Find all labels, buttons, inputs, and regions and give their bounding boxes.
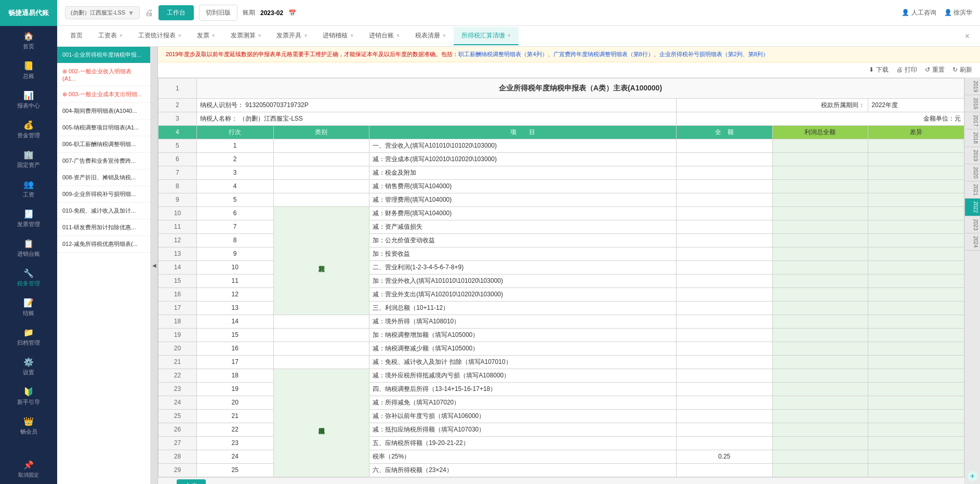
warning-link-1[interactable]: 职工薪酬纳税调整明细表（第4列） <box>458 51 547 57</box>
toolbar: ⬇ 下载 🖨 打印 ↺ 重置 ↻ 刷新 <box>158 62 980 78</box>
left-panel-item-008[interactable]: 008-资产折旧、摊销及纳税... <box>57 169 150 186</box>
close-tab-payroll[interactable]: × <box>120 33 123 38</box>
close-tab-invoice-issue[interactable]: × <box>304 33 307 38</box>
company-selector[interactable]: (勿删）江西服宝-LSS ▼ <box>65 6 140 19</box>
tab-invoice[interactable]: 发票 × <box>189 27 223 45</box>
year-item-2023[interactable]: 2023 <box>965 216 980 233</box>
sidebar-item-home[interactable]: 🏠 首页 <box>0 26 57 56</box>
sidebar-item-settings[interactable]: ⚙️ 设置 <box>0 352 57 382</box>
row-num-header: 4 <box>158 125 197 139</box>
spreadsheet-outer: 1 企业所得税年度纳税申报表（A类）主表(A100000) 2 纳税人识别号： … <box>158 78 980 485</box>
refresh-button[interactable]: ↻ 刷新 <box>952 66 972 74</box>
warning-link-2[interactable]: 广宣费跨年度纳税调整明细表（第8行） <box>553 51 654 57</box>
category-tax-calc: 应纳税所得额计算 <box>273 369 369 477</box>
close-tab-sales-audit[interactable]: × <box>350 33 353 38</box>
left-panel-item-007[interactable]: 007-广告费和业务宣传费跨... <box>57 153 150 169</box>
sidebar-item-tax[interactable]: 🔧 税务管理 <box>0 263 57 293</box>
left-panel-item-009[interactable]: 009-企业所得税补亏损明细... <box>57 186 150 203</box>
print-button[interactable]: 🖨 打印 <box>896 66 917 74</box>
year-item-2019a[interactable]: 2019 <box>965 78 980 95</box>
col-header-category: 类别 <box>273 125 369 139</box>
close-tab-tax-clear[interactable]: × <box>443 33 446 38</box>
tab-tax-clear[interactable]: 税表清册 × <box>407 27 454 45</box>
tab-payroll[interactable]: 工资表 × <box>90 27 130 45</box>
year-item-2020[interactable]: 2020 <box>965 164 980 181</box>
left-panel-item-001[interactable]: 001-企业所得税年度纳税申报... <box>57 47 150 63</box>
switch-button[interactable]: 切到旧版 <box>199 5 237 21</box>
app-logo: 畅捷通易代账 <box>0 0 57 26</box>
close-tab-invoice[interactable]: × <box>212 33 215 38</box>
sidebar-item-funds[interactable]: 💰 资金管理 <box>0 115 57 145</box>
tab-payroll-stats[interactable]: 工资统计报表 × <box>130 27 189 45</box>
payroll-icon: 👥 <box>23 179 34 189</box>
left-panel-item-011[interactable]: 011-研发费用加计扣除优惠... <box>57 219 150 236</box>
download-button[interactable]: ⬇ 下载 <box>869 66 889 74</box>
tab-sales-audit[interactable]: 进销稽核 × <box>315 27 361 45</box>
home-icon: 🏠 <box>23 31 34 41</box>
year-item-2016[interactable]: 2016 <box>965 95 980 112</box>
tab-home[interactable]: 首页 <box>62 27 90 45</box>
print-icon: 🖨 <box>896 66 903 73</box>
tab-invoice-issue[interactable]: 发票开具 × <box>269 27 315 45</box>
nav-tabs: 首页 工资表 × 工资统计报表 × 发票 × 发票测算 × 发票开具 × 进销稽… <box>57 26 980 47</box>
sidebar-item-archive[interactable]: 📁 归档管理 <box>0 322 57 352</box>
year-item-2017[interactable]: 2017 <box>965 112 980 129</box>
left-panel-item-012[interactable]: 012-减免所得税优惠明细表(... <box>57 236 150 253</box>
close-tab-payroll-stats[interactable]: × <box>178 33 181 38</box>
left-panel-item-004[interactable]: 004-期间费用明细表(A1040... <box>57 103 150 120</box>
col-header-diff: 差异 <box>868 125 964 139</box>
sidebar-item-ledger[interactable]: 📒 总账 <box>0 56 57 85</box>
sidebar-item-invoice[interactable]: 🧾 发票管理 <box>0 204 57 233</box>
tax-period-value-cell: 2022年度 <box>868 98 964 112</box>
year-item-2018[interactable]: 2018 <box>965 129 980 147</box>
close-all-tabs[interactable]: × <box>960 32 975 41</box>
close-tab-sales-ledger[interactable]: × <box>396 33 400 38</box>
member-icon: 👑 <box>23 416 34 426</box>
invoice-icon: 🧾 <box>23 209 34 219</box>
left-panel-item-010[interactable]: 010-免税、减计收入及加计... <box>57 203 150 219</box>
sales-icon: 📋 <box>23 239 34 248</box>
print-icon[interactable]: 🖨 <box>145 8 153 18</box>
tab-invoice-calc[interactable]: 发票测算 × <box>223 27 269 45</box>
company-label: (勿删）江西服宝-LSS <box>71 9 125 17</box>
table-row: 9 5 减：管理费用(填写A104000) <box>158 193 964 206</box>
sidebar-item-member[interactable]: 👑 畅会员 <box>0 411 57 441</box>
tab-income-tax[interactable]: 所得税汇算清缴 × <box>454 27 519 45</box>
close-tab-invoice-calc[interactable]: × <box>258 33 261 38</box>
table-row: 10 6 利润总额计算 减：财务费用(填写A104000) <box>158 206 964 220</box>
sidebar-item-payroll[interactable]: 👥 工资 <box>0 174 57 204</box>
sidebar-item-assets[interactable]: 🏢 固定资产 <box>0 145 57 174</box>
table-row: 18 14 减：境外所得（填写A108010） <box>158 315 964 328</box>
tab-sales-ledger[interactable]: 进销台账 × <box>361 27 407 45</box>
warning-link-3[interactable]: 企业所得税补亏损明细表（第2列、第8列） <box>659 51 769 57</box>
left-panel-item-003[interactable]: ⊗ 003-一般企业成本支出明细... <box>57 86 150 103</box>
consult-button[interactable]: 👤 人工咨询 <box>902 8 936 17</box>
spreadsheet-container[interactable]: 1 企业所得税年度纳税申报表（A类）主表(A100000) 2 纳税人识别号： … <box>158 78 964 485</box>
year-item-2019b[interactable]: 2019 <box>965 147 980 164</box>
reset-icon: ↺ <box>925 66 930 73</box>
sidebar-item-guide[interactable]: 🔰 新手引导 <box>0 382 57 411</box>
sidebar-item-sales[interactable]: 📋 进销台账 <box>0 233 57 263</box>
sidebar-item-close[interactable]: 📝 结账 <box>0 293 57 322</box>
sheet-tab-main[interactable]: 主表 <box>177 479 206 485</box>
top-bar-right: 👤 人工咨询 👤 徐滨华 <box>902 8 972 17</box>
sidebar-item-reports[interactable]: 📊 报表中心 <box>0 85 57 115</box>
left-panel-item-002[interactable]: ⊗ 002-一般企业收入明细表(A1... <box>57 63 150 86</box>
sidebar-item-unpin[interactable]: 📌 取消固定 <box>0 455 57 484</box>
collapse-panel-button[interactable]: ◀ <box>151 47 158 484</box>
title-row: 1 企业所得税年度纳税申报表（A类）主表(A100000) <box>158 78 964 98</box>
table-row: 22 18 应纳税所得额计算 减：境外应税所得抵减境内亏损（填写A108000） <box>158 369 964 382</box>
year-item-2021[interactable]: 2021 <box>965 181 980 199</box>
calendar-icon[interactable]: 📅 <box>288 9 296 17</box>
close-tab-income-tax[interactable]: × <box>508 33 511 38</box>
year-item-2022[interactable]: 2022 <box>965 199 980 216</box>
reset-button[interactable]: ↺ 重置 <box>925 66 945 74</box>
col-header-profit: 利润总全额 <box>772 125 868 139</box>
workbench-button[interactable]: 工作台 <box>158 5 194 20</box>
left-panel-item-006[interactable]: 006-职工薪酬纳税调整明细... <box>57 136 150 153</box>
table-row: 8 4 减：销售费用(填写A104000) <box>158 179 964 193</box>
col-header-line: 行次 <box>196 125 273 139</box>
left-panel-item-005[interactable]: 005-纳税调整项目明细表(A1... <box>57 120 150 136</box>
year-item-2024[interactable]: 2024 <box>965 233 980 251</box>
timeline-expand-icon[interactable]: + <box>968 471 978 481</box>
